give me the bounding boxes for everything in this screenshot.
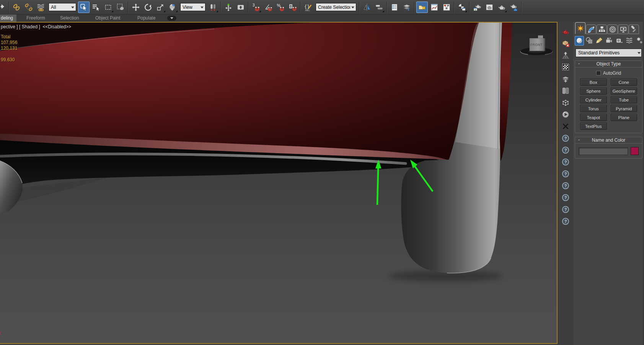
split-panels-icon[interactable] <box>561 86 571 96</box>
unlink-selection-button[interactable] <box>23 2 34 13</box>
viewport-perspective[interactable]: FRONT pective ] [ Shaded ] <<Disabled>> … <box>0 22 558 344</box>
object-type-button-cylinder[interactable]: Cylinder <box>580 96 607 103</box>
object-type-button-textplus[interactable]: TextPlus <box>580 123 607 130</box>
toolbar-separator <box>359 2 360 13</box>
schematic-view-button[interactable] <box>441 2 452 13</box>
select-and-move-button[interactable] <box>130 2 142 13</box>
svg-text:?: ? <box>564 172 567 176</box>
create-icon <box>576 24 585 33</box>
subtab-lights[interactable] <box>595 36 604 46</box>
ribbon-tab-populate[interactable]: Populate <box>135 15 158 22</box>
keyboard-shortcut-override-button[interactable] <box>235 2 246 13</box>
subtab-space-warps[interactable] <box>625 36 634 46</box>
named-selection-sets-dropdown[interactable]: Create Selection Se <box>316 3 356 11</box>
select-and-manipulate-button[interactable] <box>223 2 234 13</box>
object-type-button-box[interactable]: Box <box>580 78 607 86</box>
help-icon[interactable]: ? <box>561 204 571 214</box>
play-icon[interactable] <box>561 110 571 119</box>
autogrid-label: AutoGrid <box>603 70 621 76</box>
checker-region-icon[interactable] <box>561 62 571 72</box>
help-icon[interactable]: ? <box>561 145 571 155</box>
render-setup-button[interactable] <box>456 2 468 13</box>
select-by-name-button[interactable] <box>90 2 102 13</box>
help-icon[interactable]: ? <box>561 157 571 167</box>
object-name-input[interactable] <box>579 147 628 155</box>
viewport-label[interactable]: pective ] [ Shaded ] <<Disabled>> <box>1 24 71 29</box>
selection-filter-dropdown[interactable]: All <box>49 3 76 11</box>
snaps-toggle-3d-button[interactable]: 3 <box>250 2 262 13</box>
clipped-gizmo-label: x <box>0 330 1 336</box>
toggle-ribbon-button[interactable] <box>416 2 428 13</box>
redo-icon[interactable] <box>0 2 7 13</box>
curve-editor-button[interactable] <box>429 2 440 13</box>
grid-arrow-icon[interactable] <box>561 50 571 60</box>
window-crossing-toggle[interactable] <box>115 2 126 13</box>
teapot-red-icon[interactable] <box>561 26 571 36</box>
statistics-line: 107,956 <box>1 40 17 45</box>
toggle-scene-explorer-button[interactable] <box>389 2 400 13</box>
object-type-button-cone[interactable]: Cone <box>611 78 637 86</box>
subtab-shapes[interactable] <box>585 36 594 46</box>
edit-named-selection-sets-button[interactable]: {}ABC <box>302 2 314 13</box>
rectangular-selection-region-button[interactable] <box>103 2 114 13</box>
percent-snap-button[interactable]: % <box>275 2 286 13</box>
object-type-button-tube[interactable]: Tube <box>611 96 637 103</box>
render-iterative-button[interactable] <box>496 2 507 13</box>
spinner-snap-button[interactable] <box>287 2 298 13</box>
select-and-scale-button[interactable] <box>155 2 166 13</box>
mirror-button[interactable] <box>361 2 373 13</box>
align-button[interactable] <box>373 2 385 13</box>
box-delete-icon[interactable] <box>561 38 571 48</box>
ribbon-tab-selection[interactable]: Selection <box>57 15 82 22</box>
panel-tab-hierarchy[interactable] <box>597 25 607 34</box>
chevron-down-icon <box>351 7 354 10</box>
ribbon-tab-object-paint[interactable]: Object Paint <box>93 15 123 22</box>
object-type-button-geosphere[interactable]: GeoSphere <box>611 87 637 95</box>
viewport-canvas[interactable]: FRONT <box>0 23 557 343</box>
panel-tab-create[interactable] <box>575 22 585 34</box>
help-icon[interactable]: ? <box>561 133 571 143</box>
select-and-place-button[interactable] <box>167 2 178 13</box>
close-x-icon[interactable] <box>561 121 571 131</box>
layers-move-icon[interactable] <box>561 74 571 84</box>
toolbar-separator <box>454 2 455 13</box>
help-icon[interactable]: ? <box>561 193 571 203</box>
wireframe-cube-icon[interactable] <box>561 98 571 108</box>
category-dropdown[interactable]: Standard Primitives <box>576 49 642 57</box>
select-object-button[interactable] <box>78 2 90 13</box>
help-icon[interactable]: ? <box>561 216 571 226</box>
bind-to-space-warp-button[interactable] <box>35 2 47 13</box>
object-type-button-sphere[interactable]: Sphere <box>580 87 607 95</box>
rollout-object-type-header[interactable]: - Object Type <box>575 61 642 67</box>
object-type-button-torus[interactable]: Torus <box>580 105 607 112</box>
render-production-button[interactable] <box>484 2 495 13</box>
object-type-button-plane[interactable]: Plane <box>611 114 637 121</box>
ribbon-tab-freeform[interactable]: Freeform <box>24 15 48 22</box>
help-icon[interactable]: ? <box>561 181 571 191</box>
object-type-button-teapot[interactable]: Teapot <box>580 114 607 121</box>
redo-partial-icon <box>0 3 6 11</box>
object-type-button-pyramid[interactable]: Pyramid <box>611 105 637 112</box>
ribbon-tab-deling[interactable]: deling <box>0 15 16 22</box>
use-pivot-point-center-button[interactable] <box>207 2 219 13</box>
panel-tab-utilities[interactable] <box>629 25 639 34</box>
reference-coordinate-system-dropdown[interactable]: View <box>180 3 205 11</box>
rollout-name-color-header[interactable]: - Name and Color <box>575 137 642 144</box>
object-color-swatch[interactable] <box>631 147 639 155</box>
select-and-rotate-button[interactable] <box>142 2 154 13</box>
ribbon-minimize-button[interactable] <box>167 16 176 21</box>
autogrid-checkbox[interactable] <box>596 71 601 75</box>
help-icon[interactable]: ? <box>561 169 571 179</box>
rendered-frame-window-button[interactable] <box>471 2 483 13</box>
subtab-cameras[interactable] <box>605 36 614 46</box>
align-icon <box>375 3 383 11</box>
toggle-layer-explorer-button[interactable] <box>401 2 412 13</box>
render-in-cloud-button[interactable] <box>508 2 520 13</box>
subtab-helpers[interactable] <box>615 36 624 46</box>
subtab-geometry[interactable] <box>575 36 584 46</box>
panel-tab-modify[interactable] <box>586 25 596 34</box>
angle-snap-button[interactable] <box>262 2 274 13</box>
panel-tab-motion[interactable] <box>607 25 618 34</box>
panel-tab-display[interactable] <box>618 25 628 34</box>
select-and-link-button[interactable] <box>11 2 22 13</box>
